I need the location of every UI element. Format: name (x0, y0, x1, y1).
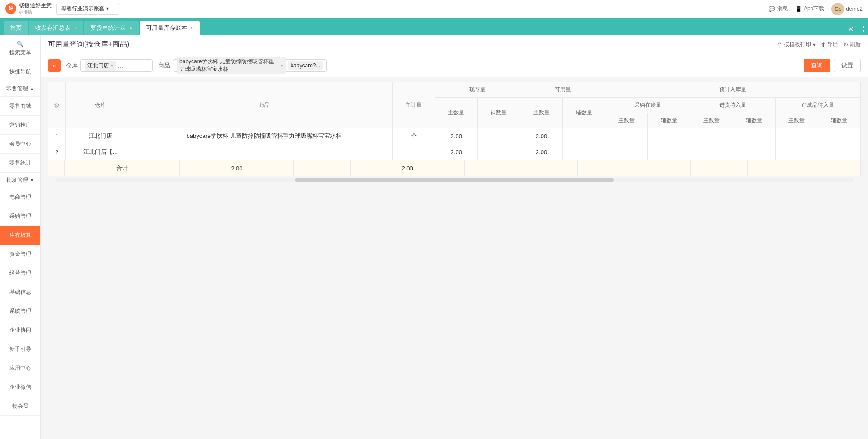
sidebar-item-basic[interactable]: 基础信息 (0, 283, 40, 302)
col-avail-main: 主数量 (520, 98, 562, 128)
sidebar-item-marketing[interactable]: 营销推广 (0, 116, 40, 135)
sidebar-item-ecommerce[interactable]: 电商管理 (0, 188, 40, 207)
tab-receive-label: 收发存汇总表 (35, 24, 71, 32)
tab-home[interactable]: 首页 (4, 21, 28, 35)
sidebar-item-system[interactable]: 系统管理 (0, 302, 40, 321)
warehouse-filter-group: 仓库 江北门店 × ... (66, 59, 153, 72)
chevron-down-icon: ▾ (106, 5, 109, 12)
col-production-group: 产成品待入量 (775, 98, 860, 113)
col-warehouse: 仓库 (66, 82, 136, 128)
col-planned-in-group: 预计入库量 (605, 82, 861, 98)
refresh-icon: ↻ (844, 42, 848, 48)
table-footer-row: 合计 2.00 2.00 (48, 160, 861, 176)
page-header: 可用量查询(按仓库+商品) 🖨 按模板打印 ▾ ⬆ 导出 ↻ 刷新 (41, 35, 868, 54)
col-stock-aux: 辅数量 (477, 98, 520, 128)
logo-icon: 好 (5, 3, 16, 14)
top-bar: 好 畅捷通好生意 标准版 母婴行业演示账套 ▾ 💬 消息 📱 App下载 Ea … (0, 0, 868, 18)
tab-available-close[interactable]: × (191, 25, 193, 31)
avatar: Ea (831, 3, 844, 15)
warehouse-input[interactable]: 江北门店 × ... (80, 59, 153, 72)
filter-area: » 仓库 江北门店 × ... 商品 babycare学饮杯 儿童防摔防撞吸管杯… (41, 54, 868, 77)
col-settings: ⚙ (48, 82, 66, 128)
message-icon: 💬 (769, 6, 775, 12)
content-area: 可用量查询(按仓库+商品) 🖨 按模板打印 ▾ ⬆ 导出 ↻ 刷新 (41, 35, 868, 439)
print-btn[interactable]: 🖨 按模板打印 ▾ (777, 41, 816, 48)
sidebar-item-business[interactable]: 经营管理 (0, 264, 40, 283)
page-actions: 🖨 按模板打印 ▾ ⬆ 导出 ↻ 刷新 (777, 41, 861, 53)
table-area: ⚙ 仓库 商品 主计量 现存量 可用量 预计入库量 主数量 辅数量 (41, 77, 868, 439)
tab-receive[interactable]: 收发存汇总表 × (29, 21, 83, 35)
col-unit: 主计量 (392, 82, 435, 128)
table-row: 1 江北门店 babycare学饮杯 儿童防摔防撞吸管杯重力球吸嘴杯宝宝水杯 个… (48, 128, 861, 144)
col-purchase-group: 采购在途量 (605, 98, 690, 113)
footer-label: 合计 (65, 160, 180, 176)
export-btn[interactable]: ⬆ 导出 (821, 41, 838, 48)
logo-sub: 标准版 (19, 9, 52, 15)
product-tag1-close[interactable]: × (280, 63, 283, 68)
horizontal-scrollbar[interactable] (55, 178, 854, 182)
settings-btn[interactable]: 设置 (834, 59, 861, 72)
sidebar-item-member[interactable]: 会员中心 (0, 135, 40, 154)
col-prod-aux: 辅数量 (818, 113, 860, 128)
sidebar-item-purchase[interactable]: 采购管理 (0, 207, 40, 226)
col-pur-main: 主数量 (605, 113, 648, 128)
warehouse-dots[interactable]: ... (118, 62, 123, 69)
sidebar-item-enterprise[interactable]: 企业协同 (0, 321, 40, 340)
chevron-down-icon: ▼ (30, 178, 34, 183)
app-download-btn[interactable]: 📱 App下载 (795, 5, 824, 13)
product-tag1: babycare学饮杯 儿童防摔防撞吸管杯重力球吸嘴杯宝宝水杯 × (177, 57, 286, 74)
user-btn[interactable]: Ea demo2 (831, 3, 863, 15)
tab-available[interactable]: 可用量库存账本 × (140, 21, 200, 35)
col-stock-main: 主数量 (435, 98, 477, 128)
product-input[interactable]: babycare学饮杯 儿童防摔防撞吸管杯重力球吸嘴杯宝宝水杯 × babyca… (173, 59, 327, 72)
message-btn[interactable]: 💬 消息 (769, 5, 788, 13)
tab-receive-close[interactable]: × (74, 25, 77, 31)
col-product: 商品 (136, 82, 392, 128)
industry-selector[interactable]: 母婴行业演示账套 ▾ (56, 3, 119, 15)
sidebar-item-retail-stats[interactable]: 零售统计 (0, 154, 40, 173)
tab-order-label: 要货单统计表 (90, 24, 126, 32)
sidebar-item-retail-shop[interactable]: 零售商城 (0, 97, 40, 116)
filter-expand-btn[interactable]: » (48, 59, 61, 72)
sidebar-item-appcenter[interactable]: 应用中心 (0, 359, 40, 378)
tab-order-close[interactable]: × (129, 25, 132, 31)
tab-close-all-icon[interactable]: ✕ (848, 25, 854, 33)
search-icon: 🔍 (17, 41, 24, 47)
export-icon: ⬆ (821, 42, 826, 48)
tab-order[interactable]: 要货单统计表 × (84, 21, 138, 35)
query-btn[interactable]: 查询 (804, 59, 830, 72)
product-filter-group: 商品 babycare学饮杯 儿童防摔防撞吸管杯重力球吸嘴杯宝宝水杯 × bab… (158, 59, 327, 72)
col-imp-aux: 辅数量 (733, 113, 775, 128)
footer-avail-main: 2.00 (350, 160, 464, 176)
settings-icon[interactable]: ⚙ (54, 102, 60, 109)
sidebar-item-newguide[interactable]: 新手引导 (0, 340, 40, 359)
product-tag2: babycare?... (288, 61, 323, 70)
warehouse-tag-close[interactable]: × (110, 63, 113, 68)
col-available-group: 可用量 (520, 82, 605, 98)
print-icon: 🖨 (777, 42, 782, 48)
logo-text: 畅捷通好生意 (19, 2, 52, 9)
sidebar-item-inventory[interactable]: 库存核算 (0, 226, 40, 245)
main-layout: 🔍 搜索菜单 快捷导航 零售管理 ▲ 零售商城 营销推广 会员中心 零售统计 批… (0, 35, 868, 439)
sidebar-item-search[interactable]: 🔍 搜索菜单 (0, 35, 40, 62)
col-import-group: 进货待入量 (690, 98, 775, 113)
sidebar-item-retail[interactable]: 零售管理 ▲ (0, 81, 40, 97)
col-stock-group: 现存量 (435, 82, 520, 98)
top-bar-right: 💬 消息 📱 App下载 Ea demo2 (769, 3, 863, 15)
tab-available-label: 可用量库存账本 (146, 24, 187, 32)
refresh-btn[interactable]: ↻ 刷新 (844, 41, 861, 48)
tab-fullscreen-icon[interactable]: ⛶ (857, 25, 864, 33)
logo-text-area: 畅捷通好生意 标准版 (19, 2, 52, 15)
table-row: 2 江北门店【... 2.00 2.00 (48, 144, 861, 160)
logo-area: 好 畅捷通好生意 标准版 (5, 2, 52, 15)
warehouse-tag: 江北门店 × (85, 61, 116, 71)
filter-actions: 查询 设置 (804, 59, 861, 72)
tab-bar: 首页 收发存汇总表 × 要货单统计表 × 可用量库存账本 × ✕ ⛶ (0, 18, 868, 35)
sidebar-item-finance[interactable]: 资金管理 (0, 245, 40, 264)
sidebar-item-member2[interactable]: 畅会员 (0, 397, 40, 416)
sidebar-item-wholesale[interactable]: 批发管理 ▼ (0, 173, 40, 188)
table-scroll-area[interactable]: ⚙ 仓库 商品 主计量 现存量 可用量 预计入库量 主数量 辅数量 (48, 82, 861, 176)
sidebar-item-quicknav[interactable]: 快捷导航 (0, 62, 40, 81)
scrollbar-thumb[interactable] (295, 178, 614, 182)
sidebar-item-enterprise-wechat[interactable]: 企业微信 (0, 378, 40, 397)
